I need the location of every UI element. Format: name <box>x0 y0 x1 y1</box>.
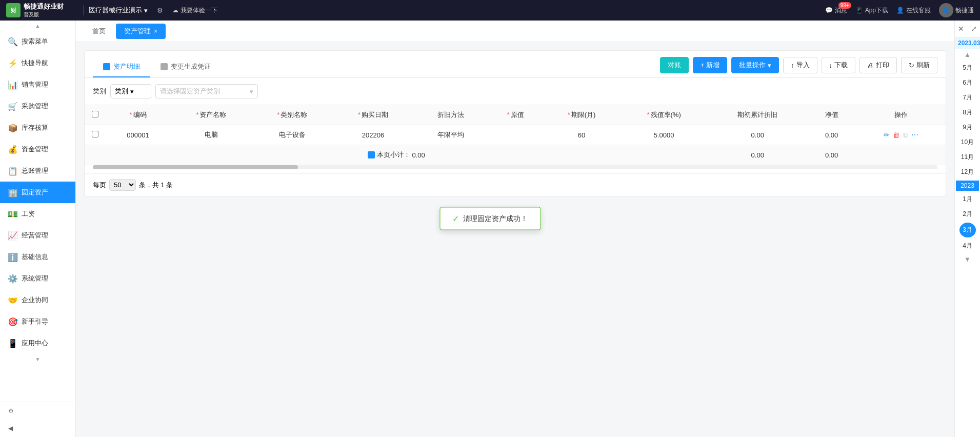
sidebar-item-sales[interactable]: 📊 销售管理 <box>0 74 75 95</box>
message-btn[interactable]: 💬 消息 99+ <box>825 6 847 15</box>
app-download-btn[interactable]: 📱 App下载 <box>855 6 888 15</box>
sidebar-scroll-up[interactable]: ▲ <box>0 21 75 31</box>
sidebar-item-ledger[interactable]: 📋 总账管理 <box>0 160 75 182</box>
category-select[interactable]: 类别 ▾ <box>110 84 151 98</box>
experience-label: 我要体验一下 <box>181 6 217 15</box>
sidebar-item-system[interactable]: ⚙️ 系统管理 <box>0 268 75 289</box>
right-panel-month-9[interactable]: 9月 <box>955 120 980 135</box>
sidebar-item-guide[interactable]: 🎯 新手引导 <box>0 311 75 332</box>
download-icon: ↓ <box>829 62 833 69</box>
service-icon: 👤 <box>896 7 904 14</box>
row-checkbox-cell <box>85 125 105 145</box>
right-panel-month-4[interactable]: 4月 <box>955 239 980 253</box>
collapse-icon: ◀ <box>8 425 13 432</box>
subtotal-actions <box>856 145 946 165</box>
batch-btn-label: 批量操作 <box>739 61 766 70</box>
tab-close-icon[interactable]: × <box>154 28 157 35</box>
right-panel-month-10[interactable]: 10月 <box>955 135 980 150</box>
quicknav-icon: ⚡ <box>8 58 17 68</box>
right-panel-header: ✕ ⤢ <box>955 21 980 37</box>
right-panel-month-1[interactable]: 1月 <box>955 192 980 207</box>
right-panel-month-8[interactable]: 8月 <box>955 105 980 120</box>
select-all-checkbox[interactable] <box>92 111 98 117</box>
row-category: 电子设备 <box>252 125 333 145</box>
sidebar-item-basic-info[interactable]: ℹ️ 基础信息 <box>0 246 75 268</box>
user-menu[interactable]: 👤 畅捷通 <box>939 3 974 17</box>
copy-icon[interactable]: ⧉ <box>903 131 908 140</box>
asset-category-dropdown[interactable]: 请选择固定资产类别 ▾ <box>155 84 258 98</box>
right-panel-month-11[interactable]: 11月 <box>955 150 980 165</box>
online-service-btn[interactable]: 👤 在线客服 <box>896 6 931 15</box>
new-button[interactable]: + 新增 <box>693 57 727 73</box>
sidebar-item-fixed-assets[interactable]: 🏢 固定资产 <box>0 182 75 203</box>
tab-asset-mgmt[interactable]: 资产管理 × <box>116 24 166 39</box>
topbar-settings-icon[interactable]: ⚙ <box>153 3 167 17</box>
sidebar-bottom: ⚙ ◀ <box>0 402 75 437</box>
sub-tab-asset-detail-label: 资产明细 <box>113 62 140 71</box>
ledger-icon: 📋 <box>8 166 17 175</box>
row-actions: ✏ 🗑 ⧉ ⋯ <box>856 125 946 145</box>
company-selector[interactable]: 医疗器械行业演示 ▾ <box>89 6 148 15</box>
sidebar-item-search[interactable]: 🔍 搜索菜单 <box>0 31 75 52</box>
sidebar-item-apps[interactable]: 📱 应用中心 <box>0 332 75 354</box>
message-badge: 99+ <box>838 2 851 9</box>
th-name: *资产名称 <box>171 105 252 125</box>
sidebar-scroll-down[interactable]: ▼ <box>0 354 75 364</box>
sidebar-item-inventory[interactable]: 📦 库存核算 <box>0 117 75 138</box>
download-button[interactable]: ↓ 下载 <box>822 57 856 73</box>
batch-chevron-icon: ▾ <box>768 62 771 69</box>
batch-button[interactable]: 批量操作 ▾ <box>731 57 779 73</box>
sidebar-label-ledger: 总账管理 <box>22 166 48 175</box>
right-panel-month-3-current[interactable]: 3月 <box>959 223 976 237</box>
right-panel-close-icon[interactable]: ✕ <box>958 25 964 33</box>
logo-icon: 财 <box>6 3 21 17</box>
sidebar-item-operations[interactable]: 📈 经营管理 <box>0 225 75 246</box>
sidebar-item-payroll[interactable]: 💵 工资 <box>0 203 75 225</box>
scrollbar-thumb[interactable] <box>93 165 298 169</box>
print-button[interactable]: 🖨 打印 <box>859 57 897 73</box>
per-page-select[interactable]: 50 20 100 <box>109 179 136 191</box>
sidebar-label-basic-info: 基础信息 <box>22 252 48 262</box>
dz-button[interactable]: 对账 <box>660 57 689 73</box>
sidebar-label-sales: 销售管理 <box>22 80 48 89</box>
sidebar-collapse-btn[interactable]: ◀ <box>0 420 75 437</box>
refresh-button[interactable]: ↻ 刷新 <box>901 57 937 73</box>
edit-icon[interactable]: ✏ <box>884 131 890 139</box>
right-panel-month-6[interactable]: 6月 <box>955 75 980 90</box>
topbar: 财 畅捷通好业财 普及版 医疗器械行业演示 ▾ ⚙ ☁ 我要体验一下 💬 消息 … <box>0 0 980 21</box>
row-name: 电脑 <box>171 125 252 145</box>
delete-icon[interactable]: 🗑 <box>893 131 900 139</box>
subtotal-row: 本页小计： 0.00 0.00 0.00 <box>85 145 946 165</box>
sidebar-item-funds[interactable]: 💰 资金管理 <box>0 138 75 160</box>
row-code: 000001 <box>105 125 171 145</box>
experience-btn[interactable]: ☁ 我要体验一下 <box>172 6 217 15</box>
right-panel-month-7[interactable]: 7月 <box>955 90 980 105</box>
print-icon: 🖨 <box>867 62 874 69</box>
right-panel-month-2[interactable]: 2月 <box>955 207 980 222</box>
purchase-icon: 🛒 <box>8 102 17 111</box>
tab-home[interactable]: 首页 <box>84 24 114 39</box>
row-checkbox[interactable] <box>92 131 98 137</box>
right-panel-expand-icon[interactable]: ⤢ <box>971 25 977 33</box>
table-container: *编码 *资产名称 *类别名称 *购买日期 折旧方法 *原值 *期限(月) *残… <box>85 105 946 165</box>
sidebar-label-funds: 资金管理 <box>22 145 48 154</box>
sub-tab-asset-detail[interactable]: 资产明细 <box>93 57 150 77</box>
sub-tab-voucher[interactable]: 变更生成凭证 <box>150 57 221 77</box>
th-category: *类别名称 <box>252 105 333 125</box>
right-panel-scroll-down[interactable]: ▼ <box>955 253 980 265</box>
sidebar-item-quicknav[interactable]: ⚡ 快捷导航 <box>0 52 75 74</box>
tab-bar: 首页 资产管理 × <box>76 21 954 42</box>
asset-category-chevron-icon: ▾ <box>250 88 253 95</box>
right-panel-month-5[interactable]: 5月 <box>955 61 980 75</box>
row-purchase-date: 202206 <box>333 125 414 145</box>
sidebar-settings-btn[interactable]: ⚙ <box>0 402 75 420</box>
sidebar-item-purchase[interactable]: 🛒 采购管理 <box>0 95 75 117</box>
sidebar-item-collab[interactable]: 🤝 企业协同 <box>0 289 75 311</box>
right-panel-month-12[interactable]: 12月 <box>955 165 980 180</box>
subtotal-initial-dep: 0.00 <box>708 145 807 165</box>
more-icon[interactable]: ⋯ <box>911 131 918 139</box>
horizontal-scrollbar[interactable] <box>93 165 937 169</box>
right-panel-scroll-up[interactable]: ▲ <box>955 49 980 61</box>
import-button[interactable]: ↑ 导入 <box>783 57 817 73</box>
operations-icon: 📈 <box>8 231 17 240</box>
